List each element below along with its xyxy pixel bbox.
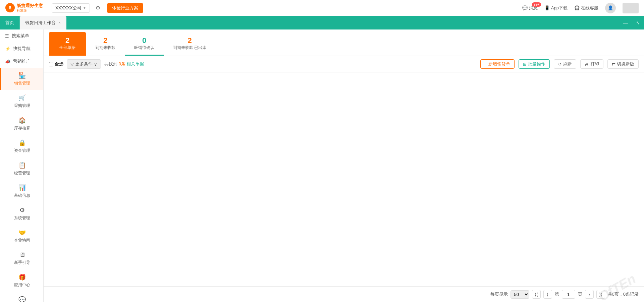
company-dropdown-arrow: ▼ — [83, 6, 86, 10]
switch-version-button[interactable]: ⇄ 切换新版 — [607, 59, 639, 69]
sidebar-item-quick-nav[interactable]: ⚡ 快捷导航 — [0, 42, 43, 55]
sidebar-guide-label: 新手引导 — [14, 260, 30, 265]
summary-count-overdue: 2 — [103, 36, 107, 45]
company-name: XXXXXX公司 — [55, 5, 82, 11]
sidebar-item-marketing[interactable]: 📣 营销推广 — [0, 55, 43, 68]
sidebar-system-label: 系统管理 — [14, 215, 30, 221]
next-page-button[interactable]: ⟩ — [585, 290, 594, 299]
tab-workbench[interactable]: 钱货日清工作台 × — [20, 16, 66, 29]
summary-count-shipped: 2 — [188, 36, 192, 45]
summary-tab-overdue[interactable]: 2 到期未收款 — [86, 32, 125, 56]
trial-button[interactable]: 体验行业方案 — [107, 3, 143, 13]
messages-item[interactable]: 💬 消息 99+ — [522, 5, 538, 11]
sidebar-item-system[interactable]: ⚙ 系统管理 — [0, 202, 43, 225]
user-name-area — [623, 3, 639, 13]
per-page-select[interactable]: 50 100 200 — [511, 290, 529, 299]
sidebar-item-sales[interactable]: 🏪 销售管理 — [0, 68, 43, 90]
add-sale-button[interactable]: + 新增销货单 — [480, 59, 515, 69]
summary-count-wangpu: 0 — [142, 36, 146, 45]
sidebar-item-operations[interactable]: 📋 经营管理 — [0, 158, 43, 180]
sidebar-item-search[interactable]: ☰ 搜索菜单 — [0, 29, 43, 42]
sidebar-item-wechat[interactable]: 💬 企业微信 — [0, 292, 43, 302]
logo-main: 畅捷通好生意 — [17, 3, 43, 9]
sidebar-basic-info-label: 基础信息 — [14, 193, 30, 198]
found-count: 0条 — [119, 61, 125, 66]
sidebar-item-purchase[interactable]: 🛒 采购管理 — [0, 90, 43, 113]
sidebar-item-enterprise[interactable]: 🤝 企业协同 — [0, 225, 43, 247]
print-icon: 🖨 — [585, 62, 589, 67]
settings-icon[interactable]: ⚙ — [93, 3, 103, 13]
guide-icon: 🖥 — [19, 251, 25, 258]
logo-icon: 6 — [5, 3, 15, 12]
sidebar-enterprise-label: 企业协同 — [14, 238, 30, 243]
refresh-button[interactable]: ↺ 刷新 — [554, 59, 576, 69]
service-icon: 🎧 — [574, 5, 580, 10]
page-suffix: 页 — [578, 291, 582, 297]
select-all-input[interactable] — [49, 62, 53, 66]
tab-workbench-close[interactable]: × — [58, 20, 61, 25]
filter-button[interactable]: ▽ 更多条件 ∨ — [67, 59, 101, 69]
prev-page-button[interactable]: ⟨ — [543, 290, 552, 299]
online-service-item[interactable]: 🎧 在线客服 — [574, 5, 598, 11]
per-page-label: 每页显示 — [490, 291, 508, 297]
company-selector[interactable]: XXXXXX公司 ▼ — [52, 3, 90, 13]
sidebar-search-label: 搜索菜单 — [12, 33, 29, 39]
logo-area: 6 畅捷通好生意 标准版 — [5, 3, 49, 13]
operations-icon: 📋 — [18, 162, 26, 169]
message-icon: 💬 — [522, 5, 528, 10]
sidebar-marketing-label: 营销推广 — [13, 58, 31, 64]
summary-tab-wangpu[interactable]: 0 旺铺待确认 — [125, 32, 164, 56]
sidebar-finance-label: 资金管理 — [14, 148, 30, 154]
marketing-icon: 📣 — [5, 59, 10, 64]
filter-label: 更多条件 — [75, 61, 93, 67]
sidebar-purchase-label: 采购管理 — [14, 103, 30, 109]
sidebar-quick-nav-label: 快捷导航 — [13, 46, 31, 52]
toolbar-right: + 新增销货单 ⊞ 批量操作 ↺ 刷新 🖨 打印 ⇄ 切换新版 — [480, 59, 639, 69]
online-service-label: 在线客服 — [581, 5, 598, 11]
avatar[interactable]: 👤 — [605, 3, 616, 13]
sidebar-item-guide[interactable]: 🖥 新手引导 — [0, 247, 43, 269]
summary-tabs: 2 全部单据 2 到期未收款 0 旺铺待确认 2 到期未收款 已出库 — [44, 29, 644, 56]
app-icon: 📱 — [544, 5, 550, 10]
refresh-icon: ↺ — [558, 62, 562, 67]
switch-label: 切换新版 — [617, 61, 634, 67]
purchase-icon: 🛒 — [18, 94, 26, 102]
sidebar-item-basic-info[interactable]: 📊 基础信息 — [0, 180, 43, 202]
tab-minimize-icon[interactable]: — — [619, 20, 632, 25]
found-link[interactable]: 相关单据 — [126, 61, 144, 66]
logo-sub: 标准版 — [17, 8, 43, 13]
app-download-item[interactable]: 📱 App下载 — [544, 5, 568, 11]
sidebar-item-inventory[interactable]: 🏠 库存核算 — [0, 113, 43, 135]
tab-bar: 首页 钱货日清工作台 × — ⤡ — [0, 16, 644, 29]
print-label: 打印 — [590, 61, 599, 67]
page-number-input[interactable] — [562, 290, 575, 299]
found-prefix: 共找到 — [104, 61, 117, 66]
tab-expand-icon[interactable]: ⤡ — [632, 20, 644, 25]
filter-arrow-icon: ∨ — [94, 62, 97, 67]
batch-operation-button[interactable]: ⊞ 批量操作 — [519, 59, 550, 69]
top-right-area: 💬 消息 99+ 📱 App下载 🎧 在线客服 👤 — [522, 3, 639, 13]
summary-tab-all[interactable]: 2 全部单据 — [49, 32, 86, 56]
tab-bar-actions: — ⤡ — [619, 20, 644, 25]
app-center-icon: 🎁 — [18, 274, 26, 281]
select-all-checkbox[interactable]: 全选 — [49, 61, 63, 67]
sidebar-item-app-center[interactable]: 🎁 应用中心 — [0, 269, 43, 292]
table-area — [44, 72, 644, 286]
finance-icon: 🔒 — [18, 139, 26, 146]
batch-label: 批量操作 — [528, 61, 545, 67]
quick-nav-icon: ⚡ — [5, 46, 10, 51]
search-icon: ☰ — [5, 34, 9, 39]
main-layout: ☰ 搜索菜单 ⚡ 快捷导航 📣 营销推广 🏪 销售管理 🛒 采购管理 🏠 库存核… — [0, 29, 644, 302]
sidebar-item-finance[interactable]: 🔒 资金管理 — [0, 135, 43, 158]
summary-label-overdue: 到期未收款 — [95, 45, 115, 51]
print-button[interactable]: 🖨 打印 — [580, 59, 603, 69]
summary-tab-shipped[interactable]: 2 到期未收款 已出库 — [164, 32, 216, 56]
avatar-icon: 👤 — [608, 5, 613, 10]
app-download-label: App下载 — [551, 5, 568, 11]
tab-home[interactable]: 首页 — [0, 16, 20, 29]
sidebar-inventory-label: 库存核算 — [14, 125, 30, 131]
select-all-label: 全选 — [55, 61, 63, 67]
last-page-button[interactable]: ⟩⟩ — [596, 290, 605, 299]
first-page-button[interactable]: ⟨⟨ — [532, 290, 541, 299]
switch-icon: ⇄ — [612, 62, 615, 67]
